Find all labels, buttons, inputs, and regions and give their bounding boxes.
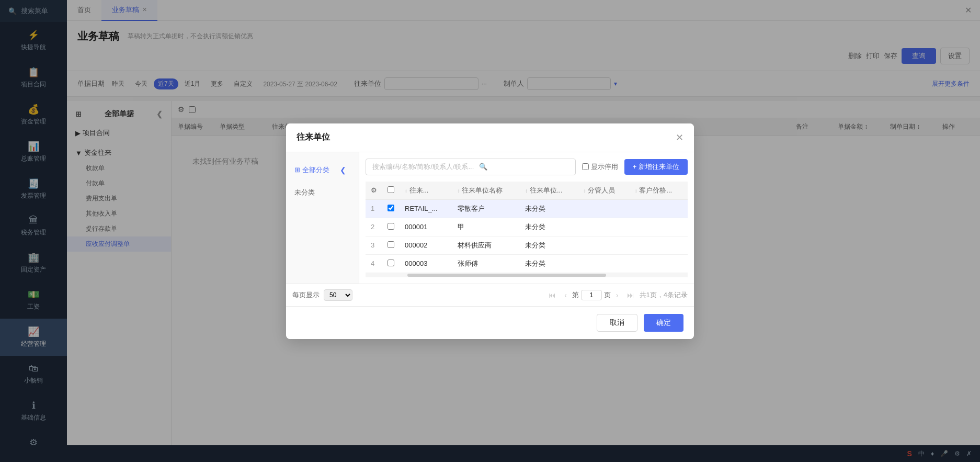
page-next-button[interactable]: › — [613, 290, 622, 300]
th-code: ↕ 往来... — [400, 182, 452, 200]
row-name: 甲 — [452, 218, 520, 236]
th-price-tier: ↕ 客户价格... — [630, 182, 688, 200]
search-input-wrap[interactable]: 搜索编码/名称/简称/联系人/联系... 🔍 — [366, 159, 576, 175]
total-info: 共1页，4条记录 — [640, 290, 688, 300]
row-num: 1 — [366, 199, 382, 218]
uncategorized-label: 未分类 — [294, 188, 315, 196]
page-label: 第 — [572, 290, 579, 300]
row-code: 000002 — [400, 236, 452, 254]
modal-table-body: 1 RETAIL_... 零散客户 未分类 2 000001 甲 未分类 3 0… — [366, 199, 688, 273]
modal-actions: 取消 确定 — [286, 306, 694, 339]
row-price-tier — [630, 199, 688, 218]
table-row[interactable]: 4 000003 张师傅 未分类 — [366, 254, 688, 273]
row-check[interactable] — [382, 199, 400, 218]
search-icon: 🔍 — [479, 163, 487, 171]
modal-table-wrap: ⚙ ↕ 往来... ↕ 往来单位名称 ↕ 往来单位... ↕ 分管人员 ↕ 客户… — [366, 182, 688, 273]
show-disabled-label: 显示停用 — [591, 162, 618, 172]
modal-header: 往来单位 ✕ — [286, 123, 694, 152]
row-price-tier — [630, 236, 688, 254]
row-category: 未分类 — [520, 199, 578, 218]
search-placeholder: 搜索编码/名称/简称/联系人/联系... — [372, 162, 474, 172]
row-num: 3 — [366, 236, 382, 254]
modal-left-panel: ⊞ 全部分类 ❮ 未分类 — [286, 152, 359, 284]
confirm-button[interactable]: 确定 — [644, 314, 683, 332]
horizontal-scrollbar[interactable] — [366, 273, 688, 277]
row-name: 张师傅 — [452, 254, 520, 273]
page-size-select[interactable]: 50 10 20 100 — [324, 289, 352, 301]
row-name: 零散客户 — [452, 199, 520, 218]
row-num: 4 — [366, 254, 382, 273]
grid-icon: ⊞ — [294, 166, 300, 174]
row-price-tier — [630, 218, 688, 236]
add-partner-button[interactable]: + 新增往来单位 — [624, 159, 688, 175]
modal-close-button[interactable]: ✕ — [676, 132, 683, 143]
modal-overlay: 往来单位 ✕ ⊞ 全部分类 ❮ 未分类 搜索编码/ — [0, 0, 980, 462]
row-code: RETAIL_... — [400, 199, 452, 218]
modal-pagination: 每页显示 50 10 20 100 ⏮ ‹ 第 页 › ⏭ 共1页，4条记录 — [286, 284, 694, 306]
page-last-button[interactable]: ⏭ — [624, 290, 637, 300]
th-name: ↕ 往来单位名称 — [452, 182, 520, 200]
table-row[interactable]: 2 000001 甲 未分类 — [366, 218, 688, 236]
modal-search-row: 搜索编码/名称/简称/联系人/联系... 🔍 显示停用 + 新增往来单位 — [366, 159, 688, 175]
row-num: 2 — [366, 218, 382, 236]
row-category: 未分类 — [520, 236, 578, 254]
pagination-left: 每页显示 50 10 20 100 — [292, 289, 352, 301]
row-salesman — [578, 199, 630, 218]
show-disabled-wrap: 显示停用 — [582, 162, 618, 172]
th-category: ↕ 往来单位... — [520, 182, 578, 200]
counterpart-modal: 往来单位 ✕ ⊞ 全部分类 ❮ 未分类 搜索编码/ — [286, 123, 694, 339]
table-check-all[interactable] — [388, 186, 394, 193]
all-category-label: 全部分类 — [302, 165, 329, 175]
th-salesman: ↕ 分管人员 — [578, 182, 630, 200]
row-code: 000003 — [400, 254, 452, 273]
modal-right-panel: 搜索编码/名称/简称/联系人/联系... 🔍 显示停用 + 新增往来单位 — [359, 152, 694, 284]
show-disabled-checkbox[interactable] — [582, 163, 589, 170]
th-check[interactable] — [382, 182, 400, 200]
pagination-nav: ⏮ ‹ 第 页 › ⏭ 共1页，4条记录 — [545, 290, 688, 300]
modal-all-category[interactable]: ⊞ 全部分类 ❮ — [286, 156, 359, 184]
page-first-button[interactable]: ⏮ — [545, 290, 559, 300]
th-settings[interactable]: ⚙ — [366, 182, 382, 200]
table-row[interactable]: 1 RETAIL_... 零散客户 未分类 — [366, 199, 688, 218]
modal-table: ⚙ ↕ 往来... ↕ 往来单位名称 ↕ 往来单位... ↕ 分管人员 ↕ 客户… — [366, 182, 688, 273]
row-salesman — [578, 254, 630, 273]
row-check[interactable] — [382, 236, 400, 254]
row-price-tier — [630, 254, 688, 273]
scrollbar-thumb[interactable] — [407, 274, 606, 277]
modal-title: 往来单位 — [297, 132, 330, 143]
page-size-label: 每页显示 — [292, 290, 320, 300]
modal-collapse-icon[interactable]: ❮ — [336, 162, 350, 178]
row-salesman — [578, 218, 630, 236]
page-number-input[interactable] — [581, 290, 602, 300]
table-row[interactable]: 3 000002 材料供应商 未分类 — [366, 236, 688, 254]
row-code: 000001 — [400, 218, 452, 236]
row-salesman — [578, 236, 630, 254]
page-prev-button[interactable]: ‹ — [561, 290, 570, 300]
cancel-button[interactable]: 取消 — [597, 314, 637, 332]
row-name: 材料供应商 — [452, 236, 520, 254]
uncategorized-item[interactable]: 未分类 — [286, 184, 359, 201]
row-category: 未分类 — [520, 218, 578, 236]
page-unit: 页 — [604, 290, 611, 300]
modal-table-header-row: ⚙ ↕ 往来... ↕ 往来单位名称 ↕ 往来单位... ↕ 分管人员 ↕ 客户… — [366, 182, 688, 200]
row-check[interactable] — [382, 254, 400, 273]
row-category: 未分类 — [520, 254, 578, 273]
row-check[interactable] — [382, 218, 400, 236]
modal-body: ⊞ 全部分类 ❮ 未分类 搜索编码/名称/简称/联系人/联系... 🔍 — [286, 152, 694, 284]
